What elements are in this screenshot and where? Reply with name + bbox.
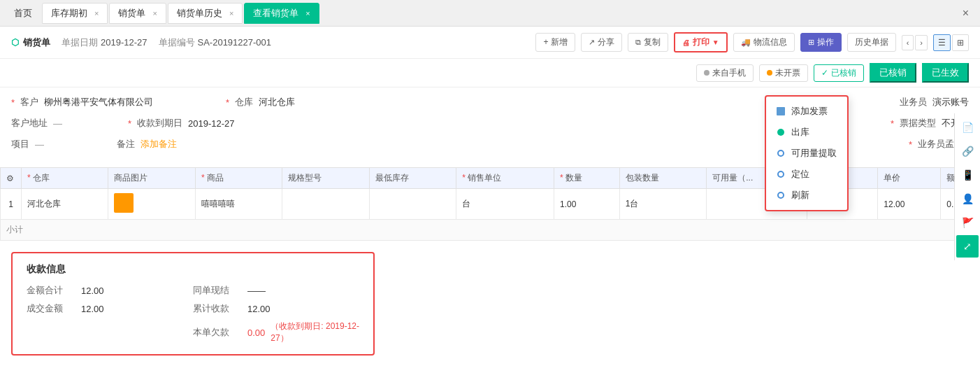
payment-row-same-bill: 同单现结 —— bbox=[193, 284, 359, 297]
date-value: 2019-12-27 bbox=[101, 37, 147, 48]
product-thumbnail bbox=[114, 193, 134, 213]
share-button[interactable]: ↗ 分享 bbox=[581, 33, 622, 52]
dropdown-refresh[interactable]: 刷新 bbox=[766, 185, 847, 206]
notopen-dot-icon bbox=[767, 70, 772, 76]
addr-field: 客户地址 — bbox=[11, 117, 62, 129]
row-product: 嘻嘻嘻嘻 bbox=[195, 189, 282, 220]
dropdown-popup: 添加发票 出库 可用量提取 定位 刷新 bbox=[765, 95, 849, 211]
req-mark: * bbox=[11, 97, 15, 108]
col-min-stock: 最低库存 bbox=[369, 168, 456, 189]
tab-inventory-init-label: 库存期初 bbox=[51, 7, 87, 20]
col-pack-qty: 包装数量 bbox=[619, 168, 706, 189]
close-icon[interactable]: × bbox=[305, 9, 310, 17]
nav-arrows: ‹ › bbox=[902, 35, 928, 50]
dropdown-available-qty[interactable]: 可用量提取 bbox=[766, 143, 847, 164]
col-sales-unit: * 销售单位 bbox=[456, 168, 554, 189]
circle-outline-icon bbox=[776, 190, 786, 200]
tab-bar: 首页 库存期初 × 销货单 × 销货单历史 × 查看销货单 × × bbox=[0, 0, 980, 27]
payment-date-field: * 收款到期日 2019-12-27 bbox=[128, 117, 235, 129]
req-mark: * bbox=[128, 118, 131, 129]
row-warehouse: 河北仓库 bbox=[22, 189, 108, 220]
row-sales-unit: 台 bbox=[456, 189, 554, 220]
tab-home[interactable]: 首页 bbox=[6, 7, 41, 20]
circle-icon bbox=[776, 127, 786, 137]
dropdown-add-invoice[interactable]: 添加发票 bbox=[766, 101, 847, 122]
prev-button[interactable]: ‹ bbox=[902, 35, 914, 50]
project-field: 项目 — bbox=[11, 138, 44, 150]
row-quantity: 1.00 bbox=[554, 189, 619, 220]
remark-field: 备注 添加备注 bbox=[117, 138, 177, 150]
dropdown-arrow-icon: ▼ bbox=[712, 38, 719, 46]
payment-row-deal: 成交金额 12.00 bbox=[27, 302, 193, 315]
doc-header: ⬡ 销货单 单据日期 2019-12-27 单据编号 SA-20191227-0… bbox=[0, 27, 980, 59]
sub-toolbar: 来自手机 未开票 ✓ 已核销 已核销 已生效 bbox=[0, 59, 980, 87]
square-icon bbox=[776, 106, 786, 116]
col-product-img: 商品图片 bbox=[108, 168, 195, 189]
sidebar-phone-icon[interactable]: 📱 bbox=[956, 164, 979, 186]
view-buttons: ☰ ⊞ bbox=[933, 34, 969, 51]
sidebar-link-icon[interactable]: 🔗 bbox=[956, 140, 979, 162]
copy-button[interactable]: ⧉ 复制 bbox=[628, 33, 668, 52]
sidebar-fullscreen-icon[interactable]: ⤢ bbox=[956, 235, 979, 258]
col-quantity: * 数量 bbox=[554, 168, 619, 189]
not-open-button[interactable]: 未开票 bbox=[759, 64, 808, 82]
mobile-dot-icon bbox=[704, 70, 709, 76]
payment-title: 收款信息 bbox=[27, 263, 359, 276]
doc-no-label: 单据编号 bbox=[159, 36, 195, 49]
window-close-button[interactable]: × bbox=[957, 7, 974, 20]
date-label: 单据日期 bbox=[62, 36, 98, 49]
operate-button[interactable]: ⊞ 操作 bbox=[800, 33, 842, 52]
payment-box: 收款信息 金额合计 12.00 同单现结 —— 成交金额 12.00 累计收款 … bbox=[11, 252, 375, 356]
req-mark: * bbox=[226, 97, 229, 108]
tab-view-sales[interactable]: 查看销货单 × bbox=[244, 3, 319, 24]
toolbar: + 新增 ↗ 分享 ⧉ 复制 🖨 打印 ▼ 🚚 物流信息 bbox=[535, 32, 969, 52]
next-button[interactable]: › bbox=[915, 35, 928, 50]
add-note-button[interactable]: 添加备注 bbox=[140, 138, 177, 150]
done-button[interactable]: ✓ 已核销 bbox=[814, 64, 864, 82]
col-gear: ⚙ bbox=[1, 168, 22, 189]
row-index: 1 bbox=[1, 189, 22, 220]
tab-inventory-init[interactable]: 库存期初 × bbox=[42, 3, 108, 24]
sidebar-flag-icon[interactable]: 🚩 bbox=[956, 211, 979, 234]
tab-home-label: 首页 bbox=[14, 8, 32, 18]
tab-sales-order[interactable]: 销货单 × bbox=[109, 3, 166, 24]
subtotal-cell: 小计 bbox=[1, 220, 980, 241]
row-unit-price: 12.00 bbox=[878, 189, 941, 220]
payment-grid: 金额合计 12.00 同单现结 —— 成交金额 12.00 累计收款 12.00 bbox=[27, 284, 359, 344]
sidebar-user-icon[interactable]: 👤 bbox=[956, 188, 979, 210]
warehouse-field: * 仓库 河北仓库 bbox=[226, 96, 295, 108]
col-spec: 规格型号 bbox=[282, 168, 369, 189]
view-grid-button[interactable]: ⊞ bbox=[952, 34, 969, 51]
from-mobile-button[interactable]: 来自手机 bbox=[696, 64, 754, 82]
new-button[interactable]: + 新增 bbox=[535, 33, 575, 52]
close-icon[interactable]: × bbox=[152, 9, 157, 17]
tab-view-sales-label: 查看销货单 bbox=[253, 7, 298, 20]
close-icon[interactable]: × bbox=[229, 9, 233, 17]
staff-field: 业务员 演示账号 bbox=[900, 96, 969, 108]
row-pack-qty: 1台 bbox=[619, 189, 706, 220]
tab-sales-history[interactable]: 销货单历史 × bbox=[168, 3, 243, 24]
row-spec bbox=[282, 189, 369, 220]
req-mark: * bbox=[891, 118, 894, 129]
tab-sales-history-label: 销货单历史 bbox=[177, 7, 222, 20]
close-icon[interactable]: × bbox=[94, 9, 99, 17]
sold-button[interactable]: 已核销 bbox=[870, 63, 916, 83]
dropdown-outbound[interactable]: 出库 bbox=[766, 122, 847, 143]
sidebar-document-icon[interactable]: 📄 bbox=[956, 116, 979, 139]
doc-title-text: 销货单 bbox=[23, 36, 50, 49]
payment-row-cumulative: 累计收款 12.00 bbox=[193, 302, 359, 315]
print-button[interactable]: 🖨 打印 ▼ bbox=[674, 32, 728, 52]
col-product: * 商品 bbox=[195, 168, 282, 189]
payment-row-total: 金额合计 12.00 bbox=[27, 284, 193, 297]
row-product-img bbox=[108, 189, 195, 220]
dropdown-locate[interactable]: 定位 bbox=[766, 164, 847, 185]
history-button[interactable]: 历史单据 bbox=[847, 33, 896, 52]
logistics-button[interactable]: 🚚 物流信息 bbox=[733, 33, 795, 52]
tab-sales-order-label: 销货单 bbox=[118, 7, 145, 20]
right-sidebar: 📄 🔗 📱 👤 🚩 ⤢ bbox=[954, 113, 980, 260]
col-unit-price: 单价 bbox=[878, 168, 941, 189]
req-mark: * bbox=[909, 139, 912, 150]
view-list-button[interactable]: ☰ bbox=[933, 34, 951, 51]
subtotal-row: 小计 bbox=[1, 220, 980, 241]
effective-button[interactable]: 已生效 bbox=[922, 63, 969, 83]
